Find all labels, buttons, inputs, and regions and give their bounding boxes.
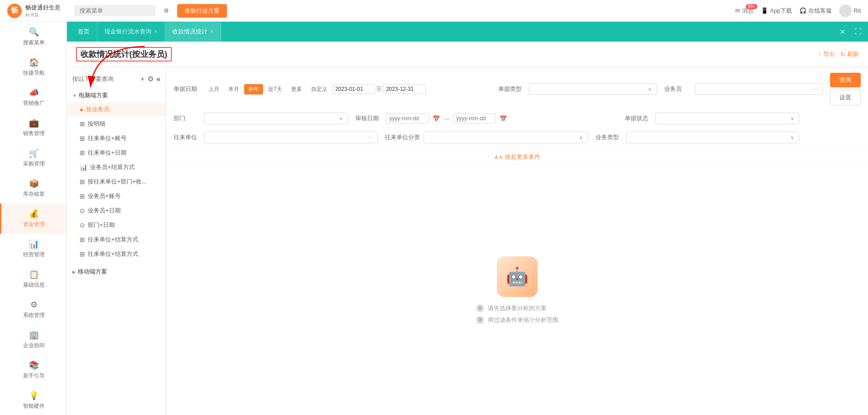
biz-type-arrow: ∨ [790, 134, 794, 141]
date-quick-btns: 上月 本月 本年 近7天 更多 自定义 至 [204, 84, 426, 94]
dept-date-icon: ⊙ [80, 222, 85, 229]
sidebar-item-enterprise[interactable]: 🏢 企业协同 [0, 325, 66, 355]
app-download-area[interactable]: 📱 App下载 [761, 7, 792, 15]
filter-group-audit-date: 审核日期 📅 — 📅 [355, 113, 617, 123]
collapse-section: ∧∧ 收起更多条件 [166, 149, 868, 165]
scheme-section-desktop: ▼ 电脑端方案 ● 按业务员 ⊞ 按明细 ⊞ 往来单位+账号 [67, 87, 166, 263]
scheme-item-by-salesperson[interactable]: ● 按业务员 [67, 102, 166, 117]
collapse-chevron-icon: ∧∧ [494, 154, 503, 160]
scheme-item-cp-settlement2[interactable]: ⊞ 往来单位+结算方式 [67, 247, 166, 261]
scheme-item-dept-date[interactable]: ⊙ 部门+日期 [67, 218, 166, 232]
tab-bank-flow[interactable]: 现金银行流水查询 × [97, 22, 165, 42]
receipt-type-label: 单据类型 [498, 85, 525, 93]
date-start-input[interactable] [332, 84, 375, 94]
scheme-item-salesperson-date[interactable]: ⊙ 业务员+日期 [67, 203, 166, 218]
business-type-label: 业务类型 [595, 133, 623, 141]
empty-step-1: ① 请先选择要分析的方案 [476, 304, 558, 312]
finance-icon: 💰 [29, 209, 39, 219]
collapse-button[interactable]: ∧∧ 收起更多条件 [491, 149, 544, 165]
filter-group-receipt-type: 单据类型 ∨ [498, 83, 657, 95]
date-btn-last-month[interactable]: 上月 [204, 84, 223, 94]
scheme-section-mobile-title[interactable]: ▶ 移动端方案 [67, 265, 166, 278]
tab-close-all-icon[interactable]: ✕ [837, 28, 848, 36]
sp-account-icon: ⊞ [80, 193, 85, 200]
date-btn-this-month[interactable]: 本月 [224, 84, 243, 94]
tab-bank-flow-close-icon[interactable]: × [154, 28, 157, 35]
sidebar-item-search-menu[interactable]: 🔍 搜索菜单 [0, 22, 66, 52]
audit-calendar-icon[interactable]: 📅 [433, 115, 440, 122]
sidebar-item-smart-hw[interactable]: 💡 智能硬件 [0, 385, 66, 415]
sidebar-label-search: 搜索菜单 [23, 39, 45, 47]
tab-collection-close-icon[interactable]: × [210, 28, 213, 35]
scheme-item-counterpart-dept[interactable]: ⊞ 按往来单位+部门+收... [67, 174, 166, 189]
scheme-item-label-cp-dept: 按往来单位+部门+收... [88, 178, 146, 186]
receipt-type-select[interactable]: ∨ [529, 83, 657, 95]
sidebar-item-operation[interactable]: 📊 经营管理 [0, 234, 66, 264]
tab-home[interactable]: 首页 [71, 22, 97, 42]
online-service-area[interactable]: 🎧 在线客服 [799, 7, 832, 15]
user-area[interactable]: Rit [839, 5, 861, 17]
sidebar-item-sales[interactable]: 💼 销售管理 [0, 113, 66, 143]
date-btn-last-7days[interactable]: 近7天 [264, 84, 286, 94]
sidebar-item-purchase[interactable]: 🛒 采购管理 [0, 143, 66, 173]
sidebar-label-quicknav: 快捷导航 [23, 69, 45, 77]
online-service-label: 在线客服 [808, 7, 832, 15]
audit-date-end[interactable] [453, 113, 496, 123]
empty-state: 🤖 ① 请先选择要分析的方案 ② 用过滤条件来缩小分析范围 [476, 256, 558, 324]
scheme-gear-icon[interactable]: ⚙ [147, 75, 154, 83]
export-button[interactable]: ↑ 导出 [819, 50, 835, 58]
filter-row-3: 往来单位 ··· 往来单位分类 ∨ [174, 132, 861, 143]
scheme-section-desktop-title[interactable]: ▼ 电脑端方案 [67, 89, 166, 102]
salesperson-select[interactable]: ··· [695, 83, 823, 95]
scheme-add-icon[interactable]: + [141, 75, 145, 83]
scheme-item-counterpart-account[interactable]: ⊞ 往来单位+账号 [67, 131, 166, 146]
date-end-input[interactable] [383, 84, 426, 94]
sidebar-item-inventory[interactable]: 📦 库存核算 [0, 173, 66, 203]
export-icon: ↑ [819, 51, 822, 58]
message-area[interactable]: ✉ 消息 99+ [735, 7, 754, 15]
sidebar-item-finance[interactable]: 💰 资金管理 [0, 203, 66, 234]
search-input[interactable] [74, 5, 156, 16]
scheme-item-salesperson-settlement[interactable]: 📊 业务员+结算方式 [67, 160, 166, 174]
filter-group-dept: 部门 ∨ [174, 113, 348, 124]
sidebar-label-enterprise: 企业协同 [23, 342, 45, 349]
export-label: 导出 [823, 50, 835, 58]
audit-date-start[interactable] [386, 113, 429, 123]
scheme-item-cp-settlement1[interactable]: ⊞ 往来单位+结算方式 [67, 232, 166, 247]
date-btn-custom[interactable]: 自定义 [307, 84, 331, 94]
business-type-select[interactable]: ∨ [626, 132, 799, 143]
dept-arrow: ∨ [339, 115, 343, 122]
date-btn-more[interactable]: 更多 [287, 84, 306, 94]
trial-button[interactable]: 体验行业方案 [177, 4, 227, 18]
counterpart-category-select[interactable]: ∨ [424, 132, 589, 143]
scheme-item-label-cp-settle1: 往来单位+结算方式 [88, 236, 138, 244]
tab-maximize-icon[interactable]: ⛶ [852, 28, 864, 36]
sidebar-item-marketing[interactable]: 📣 营销推广 [0, 82, 66, 113]
sidebar-item-system[interactable]: ⚙ 系统管理 [0, 294, 66, 325]
audit-calendar-end-icon[interactable]: 📅 [500, 115, 507, 122]
tab-collection-stats[interactable]: 收款情况统计 × [165, 22, 221, 42]
inventory-icon: 📦 [29, 179, 39, 189]
filter-row-1: 单据日期 上月 本月 本年 近7天 更多 自定义 至 [174, 73, 861, 105]
desktop-expand-icon: ▼ [72, 93, 77, 98]
scheme-item-salesperson-account[interactable]: ⊞ 业务员+账号 [67, 189, 166, 203]
scheme-item-counterpart-date[interactable]: ⊞ 往来单位+日期 [67, 146, 166, 160]
sidebar-item-basic-info[interactable]: 📋 基础信息 [0, 264, 66, 294]
scheme-collapse-icon[interactable]: « [156, 75, 160, 83]
settings-button[interactable]: 设置 [830, 90, 861, 105]
sidebar-item-quick-nav[interactable]: 🏠 快捷导航 [0, 52, 66, 82]
sidebar-label-operation: 经营管理 [23, 251, 45, 259]
query-button[interactable]: 查询 [830, 73, 861, 87]
sidebar-item-beginner[interactable]: 📚 新手引导 [0, 355, 66, 385]
dept-select[interactable]: ∨ [204, 113, 348, 124]
refresh-button[interactable]: ↻ 刷新 [840, 50, 859, 58]
mobile-expand-icon: ▶ [72, 269, 76, 274]
receipt-status-select[interactable]: ∨ [656, 113, 799, 124]
data-area: 🤖 ① 请先选择要分析的方案 ② 用过滤条件来缩小分析范围 [166, 165, 868, 415]
scheme-item-by-detail[interactable]: ⊞ 按明细 [67, 117, 166, 131]
header-gear-icon[interactable]: ⚙ [159, 4, 174, 18]
date-btn-this-year[interactable]: 本年 [244, 84, 263, 94]
counterpart-label: 往来单位 [174, 133, 201, 141]
sidebar-label-system: 系统管理 [23, 311, 45, 319]
counterpart-select[interactable]: ··· [204, 132, 377, 143]
